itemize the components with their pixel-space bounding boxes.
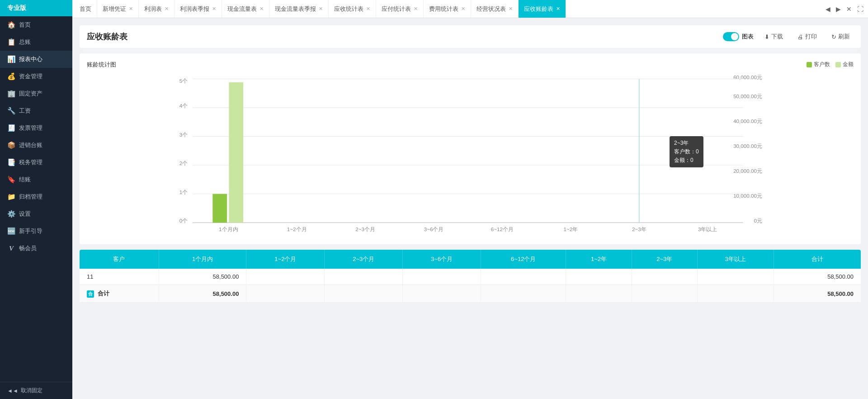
tab-receivable-stat[interactable]: 应收统计表 ✕: [329, 0, 376, 18]
tab-profit-quarter[interactable]: 利润表季报 ✕: [175, 0, 222, 18]
tab-close-profit-quarter[interactable]: ✕: [212, 6, 216, 12]
tab-close-aging[interactable]: ✕: [556, 6, 560, 12]
tab-prev-btn[interactable]: ◀: [823, 0, 833, 18]
pin-icon: ◄◄: [7, 388, 18, 394]
sidebar-item-member[interactable]: V 畅会员: [0, 240, 72, 257]
salary-icon: 🔧: [7, 107, 15, 115]
sidebar-item-guide[interactable]: 🆕 新手引导: [0, 223, 72, 240]
tab-close-cashflow[interactable]: ✕: [259, 6, 264, 12]
chart-toggle-label: 图表: [742, 33, 754, 41]
cell-total: 58,500.00: [774, 269, 861, 285]
cell-m1: 58,500.00: [159, 269, 246, 285]
tab-voucher[interactable]: 新增凭证 ✕: [97, 0, 139, 18]
sidebar-item-purchase[interactable]: 📦 进销台账: [0, 137, 72, 154]
cell-m3: [325, 269, 403, 285]
fixed-icon: 🏢: [7, 90, 15, 98]
purchase-icon: 📦: [7, 141, 15, 149]
page-content: 应收账龄表 图表 ⬇ 下载 🖨 打印 ↻ 刷新: [72, 18, 868, 399]
tab-cashflow[interactable]: 现金流量表 ✕: [222, 0, 269, 18]
total-y3: [632, 285, 697, 303]
legend-customer-dot: [807, 62, 812, 67]
fund-icon: 💰: [7, 72, 15, 81]
app-logo: 专业版: [0, 0, 72, 16]
tab-close-all-btn[interactable]: ✕: [844, 0, 854, 18]
print-btn[interactable]: 🖨 打印: [794, 31, 821, 43]
table-container: 客户 1个月内 1~2个月 2~3个月 3~6个月 6~12个月 1~2年 2~…: [80, 250, 861, 303]
tab-home[interactable]: 首页: [74, 0, 97, 18]
svg-text:40,000.00元: 40,000.00元: [733, 118, 762, 124]
col-y2: 1~2年: [566, 250, 632, 269]
sidebar-item-ledger[interactable]: 📋 总账: [0, 33, 72, 51]
total-total: 58,500.00: [774, 285, 861, 303]
sidebar-item-label: 工资: [19, 107, 31, 115]
col-total: 合计: [774, 250, 861, 269]
sidebar-item-report[interactable]: 📊 报表中心: [0, 51, 72, 68]
tab-close-cashflow-quarter[interactable]: ✕: [319, 6, 323, 12]
total-y2: [566, 285, 632, 303]
svg-text:5个: 5个: [179, 78, 188, 84]
col-customer: 客户: [80, 250, 159, 269]
tab-payable-stat[interactable]: 应付统计表 ✕: [376, 0, 424, 18]
download-btn[interactable]: ⬇ 下载: [761, 31, 787, 43]
tax-icon: 📑: [7, 158, 15, 166]
cell-m12: [481, 269, 566, 285]
tab-close-payable-stat[interactable]: ✕: [414, 6, 418, 12]
refresh-icon: ↻: [831, 33, 836, 40]
svg-text:2~3个月: 2~3个月: [355, 226, 375, 232]
chart-toggle[interactable]: [723, 32, 739, 41]
tab-close-expense-stat[interactable]: ✕: [461, 6, 465, 12]
sidebar-item-fixed[interactable]: 🏢 固定资产: [0, 85, 72, 102]
tab-aging[interactable]: 应收账龄表 ✕: [519, 0, 566, 18]
svg-text:1个: 1个: [179, 189, 188, 195]
chart-svg: 0个 1个 2个 3个 4个 5个 0元 10,000.00元 20,000.0…: [87, 74, 854, 237]
total-m3: [325, 285, 403, 303]
tab-close-business-stat[interactable]: ✕: [509, 6, 513, 12]
sidebar-item-checkout[interactable]: 🔖 结账: [0, 171, 72, 188]
total-m1: 58,500.00: [159, 285, 246, 303]
home-icon: 🏠: [7, 21, 15, 29]
download-icon: ⬇: [764, 33, 769, 40]
print-icon: 🖨: [797, 33, 803, 40]
svg-text:2~3年: 2~3年: [632, 226, 646, 232]
refresh-btn[interactable]: ↻ 刷新: [828, 31, 854, 43]
svg-text:0个: 0个: [179, 218, 188, 223]
sidebar-item-settings[interactable]: ⚙️ 设置: [0, 205, 72, 223]
cell-customer: 11: [80, 269, 159, 285]
sidebar-item-label: 进销台账: [19, 141, 42, 149]
cell-y2: [566, 269, 632, 285]
tab-close-profit[interactable]: ✕: [165, 6, 169, 12]
ledger-icon: 📋: [7, 38, 15, 46]
tab-cashflow-quarter[interactable]: 现金流量表季报 ✕: [269, 0, 329, 18]
sidebar-item-label: 畅会员: [19, 244, 37, 252]
page-title: 应收账龄表: [87, 31, 127, 42]
sidebar-item-home[interactable]: 🏠 首页: [0, 16, 72, 33]
sidebar: 专业版 🏠 首页 📋 总账 📊 报表中心 💰 资金管理 🏢 固定资产 🔧 工资 …: [0, 0, 72, 399]
sidebar-item-fund[interactable]: 💰 资金管理: [0, 68, 72, 85]
tab-close-receivable-stat[interactable]: ✕: [366, 6, 370, 12]
tab-close-voucher[interactable]: ✕: [129, 6, 133, 12]
tab-next-btn[interactable]: ▶: [833, 0, 844, 18]
sidebar-item-salary[interactable]: 🔧 工资: [0, 102, 72, 119]
col-m6: 3~6个月: [403, 250, 481, 269]
sidebar-item-archive[interactable]: 📁 归档管理: [0, 188, 72, 205]
tab-expense-stat[interactable]: 费用统计表 ✕: [424, 0, 471, 18]
tab-profit[interactable]: 利润表 ✕: [139, 0, 175, 18]
sidebar-item-label: 固定资产: [19, 90, 42, 98]
cell-m2: [246, 269, 325, 285]
sidebar-item-label: 设置: [19, 210, 31, 218]
svg-text:4个: 4个: [179, 103, 188, 109]
legend-customer: 客户数: [807, 61, 830, 68]
sidebar-item-label: 结账: [19, 176, 31, 184]
cell-y3: [632, 269, 697, 285]
sidebar-item-tax[interactable]: 📑 税务管理: [0, 154, 72, 171]
tab-business-stat[interactable]: 经营状况表 ✕: [471, 0, 519, 18]
legend-amount-dot: [835, 62, 841, 67]
col-m2: 1~2个月: [246, 250, 325, 269]
main-area: 首页 新增凭证 ✕ 利润表 ✕ 利润表季报 ✕ 现金流量表 ✕ 现金流量表季报 …: [72, 0, 868, 399]
total-label: 合 合计: [80, 285, 159, 303]
sidebar-toggle-pin[interactable]: ◄◄ 取消固定: [0, 382, 72, 399]
tab-fullscreen-btn[interactable]: ⛶: [854, 0, 866, 18]
chart-toggle-wrap: 图表: [723, 32, 754, 41]
sidebar-item-invoice[interactable]: 🧾 发票管理: [0, 119, 72, 137]
col-m12: 6~12个月: [481, 250, 566, 269]
